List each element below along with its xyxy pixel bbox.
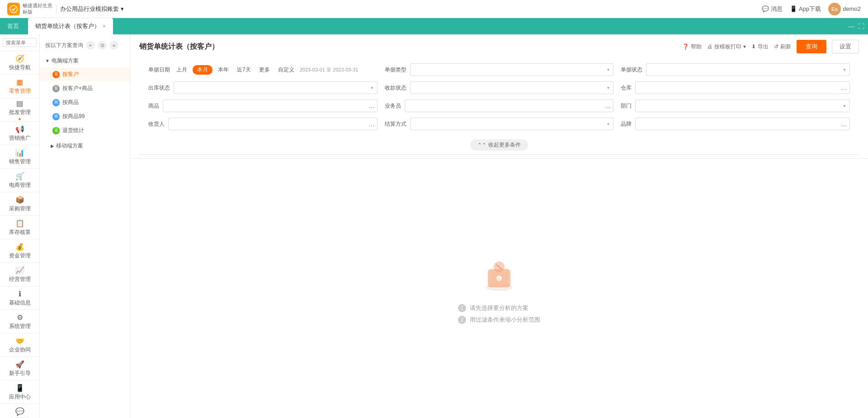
svg-point-6: [496, 276, 502, 281]
nav-item-by-goods99[interactable]: 商 按商品99: [40, 109, 130, 124]
department-select[interactable]: [635, 100, 850, 112]
sidebar-item-ecommerce[interactable]: 🛒 电商管理: [0, 169, 39, 192]
purchase-icon: 📦: [15, 195, 24, 204]
filter-doc-type: 单据类型: [385, 63, 614, 76]
search-input[interactable]: [3, 38, 37, 47]
collapse-icon: ⌃⌃: [477, 142, 486, 148]
sales-icon: 📊: [15, 148, 24, 157]
date-tab-this-month[interactable]: 本月: [193, 65, 212, 75]
sidebar: 🧭 快捷导航 ▦ 零售管理 ▤ 批发管理 ▲ 📢 营销推广 📊 销售管理 🛒 电…: [0, 34, 40, 418]
sidebar-item-wholesale[interactable]: ▤ 批发管理 ▲: [0, 98, 39, 122]
filter-goods: 商品 …: [148, 100, 377, 112]
filter-row-4: 收货人 … 结算方式: [148, 118, 850, 130]
collapsed-icon: ▶: [51, 143, 54, 148]
chevron-down-icon: ▾: [121, 5, 124, 12]
marketing-icon: 📢: [15, 125, 24, 133]
help-button[interactable]: ❓ 帮助: [682, 43, 702, 51]
main-content: 销货单统计表（按客户） ❓ 帮助 🖨 按模板打印 ▾ ⬇: [130, 34, 868, 418]
date-tab-last-month[interactable]: 上月: [174, 65, 190, 75]
doc-status-select-wrapper: [646, 63, 850, 76]
sidebar-item-retail[interactable]: ▦ 零售管理: [0, 75, 39, 98]
nav-collapse-button[interactable]: «: [109, 41, 118, 50]
nav-settings-button[interactable]: ⊙: [98, 41, 107, 50]
salesman-dots-icon[interactable]: …: [604, 102, 611, 109]
system-icon: ⚙: [17, 313, 23, 322]
settings-button[interactable]: 设置: [832, 40, 859, 53]
message-button[interactable]: 💬 消息: [762, 5, 783, 13]
filter-date: 单据日期 上月 本月 本年 近7天 更多 自定义 2023-03-01 至 20…: [148, 65, 377, 75]
sidebar-item-basic-info[interactable]: ℹ 基础信息: [0, 286, 39, 310]
tab-expand-icon[interactable]: ⛶: [858, 23, 864, 30]
nav-add-button[interactable]: +: [86, 41, 95, 50]
sidebar-item-inventory[interactable]: 📋 库存核算: [0, 216, 39, 239]
app-download-button[interactable]: 📱 App下载: [790, 5, 821, 13]
sidebar-item-collab[interactable]: 🤝 企业协同: [0, 333, 39, 357]
nav-item-returns[interactable]: 退 退货统计: [40, 124, 130, 138]
date-tab-custom[interactable]: 自定义: [275, 65, 297, 75]
customer-icon: 客: [52, 71, 60, 78]
filter-row-2: 出库状态 收款状态 仓库: [148, 81, 850, 94]
user-profile[interactable]: Ea demo2: [828, 3, 861, 15]
sidebar-item-marketing[interactable]: 📢 营销推广: [0, 122, 39, 145]
settlement-select[interactable]: [410, 118, 614, 130]
filter-consignee: 收货人 …: [148, 118, 377, 130]
page-header: 销货单统计表（按客户） ❓ 帮助 🖨 按模板打印 ▾ ⬇: [130, 34, 868, 159]
nav-item-by-customer[interactable]: 客 按客户: [40, 67, 130, 81]
goods-input[interactable]: [163, 100, 377, 112]
goods-icon: 商: [52, 99, 60, 106]
page-actions: ❓ 帮助 🖨 按模板打印 ▾ ⬇ 导出 ↺: [682, 40, 859, 53]
nav-item-customer-goods[interactable]: 客 按客户+商品: [40, 81, 130, 95]
warehouse-input[interactable]: [635, 81, 850, 94]
filter-department: 部门: [621, 100, 850, 112]
empty-state-icon: !: [476, 253, 522, 299]
sidebar-item-purchase[interactable]: 📦 采购管理: [0, 192, 39, 216]
tab-bar-right: — ⛶: [848, 23, 868, 30]
tab-home[interactable]: 首页: [0, 18, 26, 34]
doc-type-select[interactable]: [410, 63, 614, 76]
doc-status-select[interactable]: [646, 63, 850, 76]
refresh-button[interactable]: ↺ 刷新: [774, 43, 791, 51]
app-logo-icon: [7, 3, 20, 15]
onboarding-icon: 🚀: [15, 360, 24, 369]
filter-area: 单据日期 上月 本月 本年 近7天 更多 自定义 2023-03-01 至 20…: [139, 58, 859, 136]
sidebar-item-operations[interactable]: 📈 经营管理: [0, 263, 39, 286]
svg-point-0: [10, 5, 17, 13]
sidebar-item-quick-nav[interactable]: 🧭 快捷导航: [0, 51, 39, 75]
tab-minimize-icon[interactable]: —: [848, 23, 854, 30]
header-company-selector[interactable]: 办公用品行业模拟账套 ▾: [60, 5, 124, 13]
sidebar-item-wechat[interactable]: 💬 企业微信: [0, 404, 39, 418]
expand-icon: ▼: [45, 58, 50, 63]
tip-num-1: 1: [458, 304, 466, 312]
nav-item-by-goods[interactable]: 商 按商品: [40, 95, 130, 109]
collapse-button[interactable]: ⌃⌃ 收起更多条件: [470, 139, 528, 151]
consignee-dots-icon[interactable]: …: [368, 120, 375, 128]
goods-dots-icon[interactable]: …: [368, 102, 375, 109]
date-tab-more[interactable]: 更多: [256, 65, 273, 75]
print-button[interactable]: 🖨 按模板打印 ▾: [707, 43, 746, 51]
query-button[interactable]: 查询: [797, 40, 826, 53]
out-status-select[interactable]: [174, 81, 377, 94]
tab-sales-stats[interactable]: 销货单统计表（按客户） ×: [28, 18, 113, 34]
sidebar-item-app-center[interactable]: 📱 应用中心: [0, 380, 39, 404]
salesman-input[interactable]: [405, 100, 614, 112]
nav-tree: 按以下方案查询 + ⊙ « ▼ 电脑端方案 客 按客户 客 按客户+商品: [40, 34, 130, 418]
receipt-status-select[interactable]: [410, 81, 614, 94]
nav-section-mobile-title[interactable]: ▶ 移动端方案: [40, 139, 130, 152]
refresh-icon: ↺: [774, 43, 778, 50]
nav-section-desktop-title[interactable]: ▼ 电脑端方案: [40, 54, 130, 67]
sidebar-item-system[interactable]: ⚙ 系统管理: [0, 310, 39, 333]
consignee-input[interactable]: [168, 118, 377, 130]
date-tab-this-year[interactable]: 本年: [215, 65, 231, 75]
brand-input[interactable]: [635, 118, 850, 130]
date-tab-7days[interactable]: 近7天: [234, 65, 254, 75]
wechat-icon: 💬: [15, 407, 24, 416]
brand-dots-icon[interactable]: …: [841, 120, 847, 128]
sidebar-item-finance[interactable]: 💰 资金管理: [0, 239, 39, 263]
tab-close-icon[interactable]: ×: [103, 23, 106, 29]
filter-warehouse: 仓库 …: [621, 81, 850, 94]
warehouse-dots-icon[interactable]: …: [841, 84, 847, 91]
export-button[interactable]: ⬇ 导出: [751, 43, 769, 51]
sidebar-item-sales[interactable]: 📊 销售管理: [0, 145, 39, 169]
basic-info-icon: ℹ: [19, 290, 21, 298]
sidebar-item-onboarding[interactable]: 🚀 新手引导: [0, 357, 39, 380]
